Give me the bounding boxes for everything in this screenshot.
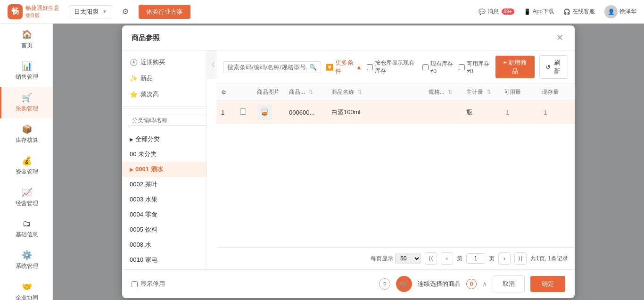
col-header-available[interactable]: 可用量 [499, 84, 537, 101]
page-label-end: 页 [489, 255, 495, 263]
refresh-button[interactable]: ↺ 刷新 [539, 55, 568, 79]
category-item-snacks[interactable]: 0004 零食 [122, 207, 206, 222]
cart-button[interactable]: 🛒 [396, 276, 412, 292]
finance-icon: 💰 [22, 156, 32, 166]
close-icon[interactable]: ✕ [554, 32, 565, 43]
tab-recent[interactable]: 🕐 近期购买 [122, 54, 206, 70]
checkbox-usable-label[interactable]: 可用库存≠0 [459, 60, 491, 75]
home-icon: 🏠 [22, 29, 32, 40]
sidebar-item-finance[interactable]: 💰 资金管理 [0, 150, 52, 182]
table-header-row: ⚙ 商品图片 商品... ⇅ [216, 84, 575, 101]
category-item-uncategorized[interactable]: 00 未分类 [122, 147, 206, 162]
mobile-icon: 📱 [524, 8, 531, 15]
search-icon[interactable]: 🔍 [309, 64, 317, 71]
row-image-cell: 🥃 [252, 101, 284, 124]
modal-body: 🕐 近期购买 ✨ 新品 ⭐ 频次高 [122, 50, 575, 269]
page-size-dropdown[interactable]: 50 10 20 100 [395, 253, 421, 264]
col-header-settings[interactable]: ⚙ [216, 84, 235, 101]
chevron-left-icon: 《 [209, 61, 215, 69]
sort-icon-unit: ⇅ [487, 89, 491, 95]
avatar: 👤 [604, 5, 618, 18]
checkbox-warehouse[interactable] [367, 64, 373, 70]
confirm-button[interactable]: 确定 [530, 276, 565, 292]
show-disabled-checkbox[interactable] [132, 281, 138, 287]
col-header-spec[interactable]: 规格... ⇅ [424, 84, 462, 101]
help-icon[interactable]: ? [379, 278, 390, 290]
collapse-arrow-icon[interactable]: ∧ [482, 280, 487, 288]
row-checkbox-cell[interactable] [235, 101, 252, 124]
sidebar-item-purchase[interactable]: 🛒 采购管理 [0, 87, 52, 118]
filter-button[interactable]: 🔽 更多条件 ▲ [326, 58, 362, 75]
category-item-appliances[interactable]: 0010 家电 [122, 252, 206, 267]
row-num: 1 [216, 101, 235, 124]
nav-dropdown[interactable]: 日太阳膜 ▼ [69, 5, 112, 18]
col-header-image: 商品图片 [252, 84, 284, 101]
trial-button[interactable]: 体验行业方案 [139, 5, 190, 19]
app-download-btn[interactable]: 📱 App下载 [524, 8, 554, 16]
pagination-bar: 每页显示 50 10 20 100 ⟨⟨ ‹ 第 页 [216, 247, 575, 269]
col-header-code[interactable]: 商品... ⇅ [284, 84, 327, 101]
ops-icon: 📈 [22, 187, 32, 198]
sidebar-item-operations[interactable]: 📈 经营管理 [0, 182, 52, 213]
collapse-button[interactable]: 《 [207, 50, 216, 79]
checkbox-available[interactable] [422, 64, 429, 70]
online-service-btn[interactable]: 🎧 在线客服 [563, 8, 595, 16]
checkbox-warehouse-label[interactable]: 按仓库显示现有库存 [367, 59, 418, 75]
category-search-input[interactable] [128, 115, 207, 126]
add-product-button[interactable]: + 新增商品 [495, 56, 535, 78]
modal-header: 商品参照 ✕ [122, 25, 575, 50]
user-avatar[interactable]: 👤 徐泽华 [604, 5, 636, 18]
divider [122, 108, 206, 109]
page-size-select: 每页显示 50 10 20 100 [371, 253, 421, 264]
modal-footer: 显示停用 ? 🛒 连续选择的商品 0 ∧ 取消 确定 [122, 269, 575, 298]
sidebar-item-enterprise[interactable]: 🤝 企业协同 [0, 276, 52, 300]
first-page-btn[interactable]: ⟨⟨ [425, 252, 437, 265]
sidebar-item-system[interactable]: ⚙️ 系统管理 [0, 244, 52, 276]
notifications-btn[interactable]: 💬 消息 99+ [479, 8, 514, 16]
tab-frequent[interactable]: ⭐ 频次高 [122, 86, 206, 102]
chevron-down-icon: ▼ [102, 9, 107, 14]
table-row[interactable]: 1 🥃 000600... [216, 101, 575, 124]
arrow-icon-active: ▶ [130, 167, 133, 172]
show-disabled-label[interactable]: 显示停用 [132, 280, 165, 288]
frequent-icon: ⭐ [130, 91, 138, 98]
category-item-drinks[interactable]: 0005 饮料 [122, 222, 206, 237]
system-icon: ⚙️ [22, 250, 32, 260]
category-search: 🔍 [122, 111, 206, 130]
col-header-unit[interactable]: 主计量 ⇅ [462, 84, 499, 101]
checkbox-usable[interactable] [459, 64, 465, 70]
chevron-up-icon: ▲ [356, 64, 362, 71]
product-search-input[interactable] [227, 64, 306, 71]
sidebar-item-inventory[interactable]: 📦 库存核算 [0, 118, 52, 150]
checkbox-available-label[interactable]: 现有库存≠0 [422, 60, 454, 75]
next-page-btn[interactable]: › [498, 252, 511, 265]
notification-badge: 99+ [502, 8, 514, 15]
sidebar-item-home[interactable]: 🏠 首页 [0, 24, 52, 55]
arrow-icon: ▶ [130, 137, 133, 142]
col-header-stock[interactable]: 现存量 [537, 84, 575, 101]
base-info-icon: 🗂 [23, 219, 31, 229]
product-search-box: 🔍 [223, 61, 321, 73]
row-checkbox[interactable] [240, 108, 246, 115]
page-label: 第 [457, 255, 462, 263]
sidebar-item-base-info[interactable]: 🗂 基础信息 [0, 213, 52, 244]
settings-icon[interactable]: ⚙ [118, 4, 133, 19]
col-header-check [235, 84, 252, 101]
content-area: 商品参照 ✕ 🕐 近期购买 ✨ 新品 [53, 24, 644, 300]
product-table-wrap: ⚙ 商品图片 商品... ⇅ [216, 84, 575, 247]
tab-new[interactable]: ✨ 新品 [122, 70, 206, 86]
category-list: ▶ 全部分类 00 未分类 ▶ 0001 酒水 0002 茶叶 [122, 130, 206, 269]
product-panel: 🔍 🔽 更多条件 ▲ 按仓库显示现有库存 [216, 50, 575, 269]
category-item-liquor[interactable]: ▶ 0001 酒水 [122, 162, 206, 177]
row-code: 000600... [284, 101, 327, 124]
category-item-all[interactable]: ▶ 全部分类 [122, 132, 206, 147]
category-item-fruit[interactable]: 0003 水果 [122, 192, 206, 207]
prev-page-btn[interactable]: ‹ [441, 252, 453, 265]
category-item-tea[interactable]: 0002 茶叶 [122, 177, 206, 192]
category-item-water[interactable]: 0008 水 [122, 237, 206, 252]
last-page-btn[interactable]: ⟩⟩ [514, 252, 527, 265]
page-number-input[interactable] [466, 253, 485, 264]
sidebar-item-sales[interactable]: 📊 销售管理 [0, 55, 52, 87]
col-header-name[interactable]: 商品名称 ⇅ [327, 84, 424, 101]
cancel-button[interactable]: 取消 [493, 275, 525, 292]
